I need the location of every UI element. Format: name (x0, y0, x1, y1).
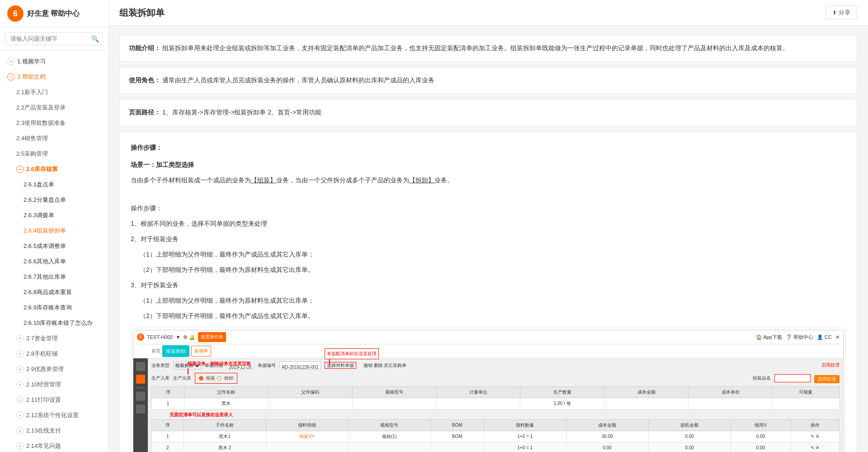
top-bar: 组装拆卸单 ⬆ 分享 (108, 0, 868, 26)
steps-block: 操作步骤： 场景一：加工类型选择 当由多个子件材料组装成一个成品的业务为【组装】… (119, 132, 857, 452)
mock-th-cseq: 序 (152, 419, 184, 431)
sidebar-item-stocktake[interactable]: 2.6.1盘点单 (0, 177, 108, 192)
step2-1: （1）上部明细为父件明细，最终作为产成品生成其它入库单； (131, 248, 846, 261)
sidebar-item-mobile[interactable]: + 2.8手机旺铺 (0, 346, 108, 362)
mock-td-cseq: 1 (152, 431, 184, 442)
sidebar-item-sales[interactable]: 2.4销售管理 (0, 131, 108, 146)
mock-no-value: AD-20191226-001 (279, 362, 321, 370)
sidebar-item-ops[interactable]: + 2.10经营管理 (0, 377, 108, 392)
sidebar-item-inventory[interactable]: − 2.6库存核算 (0, 162, 108, 177)
mock-biz-count2: 生产出库 (173, 374, 191, 383)
mock-body: 业务类型 组装拆卸 单据日期 2019-12-26 单据编号 AD-201912… (133, 358, 843, 452)
mock-title: TEST-H002 (147, 332, 173, 342)
mock-th-seq: 序 (152, 386, 184, 398)
role-block: 使用角色： 通常由生产人员或库管人员完成拆装业务的操作，库管人员确认原材料的出库… (119, 67, 857, 94)
mock-th-unit: 计量单位 (436, 386, 520, 398)
intro-label: 功能介绍： (129, 44, 160, 52)
table-row: 1 黑木1 组装VY 规格(1) BOM 1+0 = 1 30.00 0.00 (152, 431, 840, 442)
scenario1-title: 场景一：加工类型选择 (131, 158, 846, 171)
mock-subtable-container: 无固定清单可以直接在这里录入 序 子件名称 领料明细 规格型号 (151, 411, 840, 452)
search-button[interactable]: 🔍 (91, 35, 99, 43)
sidebar-item-other-out[interactable]: 2.6.7其他出库单 (0, 269, 108, 285)
mock-td-unit (436, 398, 520, 409)
mock-radio-assembly (199, 376, 203, 381)
mock-form-row1: 业务类型 组装拆卸 单据日期 2019-12-26 单据编号 AD-201912… (151, 361, 840, 370)
mock-th-closs: 损耗金额 (648, 419, 731, 431)
sidebar-item-cost-reset[interactable]: 2.6.8商品成本重算 (0, 285, 108, 300)
mock-sidebar-icon2 (136, 375, 145, 384)
mock-dropdown-icon: ▼ (175, 332, 180, 342)
annotation1-container: 选择对料单据 有装配清单的在这里处理 (325, 361, 356, 370)
intro-text: 组装拆卸单用来处理企业组装或拆卸等加工业务，支持有固定装配清单的产品加工业务，也… (162, 44, 789, 52)
mock-td-cuse2: 0.00 (731, 442, 791, 452)
mock-appstore-icon: 🏠 App下载 (756, 332, 782, 342)
mock-no-label: 单据编号 (258, 361, 276, 370)
sidebar-item-newcomer[interactable]: 2.1新手入门 (0, 85, 108, 100)
mock-help-icon: ❓ 帮助中心 (786, 332, 813, 342)
mock-td-ccost2: 0.00 (566, 442, 648, 452)
sidebar-item-install[interactable]: 2.2产品安装及登录 (0, 100, 108, 115)
mock-th-parent-name: 父件名称 (184, 386, 269, 398)
annotation4-text: 启用处理 (821, 361, 840, 370)
role-text: 通常由生产人员或库管人员完成拆装业务的操作，库管人员确认原材料的出库和产成品的入… (162, 76, 434, 84)
sidebar-item-payment[interactable]: + 2.13在线支付 (0, 423, 108, 438)
mock-sidebar-divider (136, 387, 145, 388)
search-input[interactable] (5, 32, 103, 45)
annotation1-text: 有装配清单的在这里处理 (325, 348, 379, 359)
step2-2: （2）下部明细为子件明细，最终作为原材料生成其它出库单。 (131, 263, 846, 276)
mock-td-cqty2: 1+0 = 1 (484, 442, 566, 452)
sidebar-item-split-stocktake[interactable]: 2.6.2分量盘点单 (0, 192, 108, 208)
annotation3-arrow (188, 368, 189, 375)
sidebar-item-print[interactable]: + 2.11打印设置 (0, 392, 108, 408)
mock-enable-btn[interactable]: 启用处理 (814, 375, 840, 383)
plus-icon-mobile: + (16, 350, 24, 357)
mock-th-cost: 成本金额 (604, 386, 689, 398)
sidebar-item-custom[interactable]: + 2.12系统个性化设置 (0, 408, 108, 423)
sidebar-item-video[interactable]: + 1.视频学习 (0, 54, 108, 69)
mock-app-tabs: 首页 组装拆卸 新增单 (133, 344, 843, 358)
mock-sidebar-icon3 (136, 392, 145, 401)
sidebar-item-cost-adjust[interactable]: 2.6.5成本调整单 (0, 238, 108, 254)
mock-td-cost (604, 398, 689, 409)
mock-screenshot: 6 TEST-H002 ▼ ⚙ 🔔 挑置新任务 🏠 App下载 ❓ 帮助中心 👤… (133, 330, 844, 452)
sidebar-item-inventory-check[interactable]: 2.6.9库存账本查询 (0, 300, 108, 315)
share-button[interactable]: ⬆ 分享 (826, 5, 857, 20)
mock-left-sidebar (133, 358, 148, 452)
plus-icon-payment: + (16, 427, 24, 434)
sidebar-item-finance[interactable]: + 2.7资金管理 (0, 331, 108, 346)
intro-block: 功能介绍： 组装拆卸单用来处理企业组装或拆卸等加工业务，支持有固定装配清单的产品… (119, 35, 857, 62)
mock-th-cbom: BOM (430, 419, 484, 431)
mock-th-available: 可领量 (772, 386, 839, 398)
share-icon: ⬆ (832, 10, 837, 16)
logo-icon: 6 (7, 5, 24, 22)
sidebar-item-docs[interactable]: − 2.帮助文档 (0, 69, 108, 85)
plus-icon-finance: + (16, 335, 24, 342)
plus-icon-ops: + (16, 381, 24, 388)
mock-sidebar-icon1 (136, 362, 145, 371)
sidebar-item-purchase[interactable]: 2.5采购管理 (0, 146, 108, 162)
mock-th-ccost: 成本金额 (566, 419, 648, 431)
sidebar-item-data-prep[interactable]: 2.3使用前数据准备 (0, 115, 108, 131)
mock-td-cuse: 0.00 (731, 431, 791, 442)
sidebar-item-adjust[interactable]: 2.6.3调拨单 (0, 208, 108, 223)
mock-close-icon: ✕ (835, 332, 840, 342)
sidebar-item-assembly[interactable]: 2.6.4组装拆卸单 (0, 223, 108, 238)
content-area: 功能介绍： 组装拆卸单用来处理企业组装或拆卸等加工业务，支持有固定装配清单的产品… (108, 26, 868, 452)
mock-th-qty: 生产数量 (520, 386, 604, 398)
mock-td-seq: 1 (152, 398, 184, 409)
sidebar-item-other-in[interactable]: 2.6.6其他入库单 (0, 254, 108, 269)
mock-td-cspec: 规格(1) (348, 431, 430, 442)
sidebar-item-coupon[interactable]: + 2.9优惠券管理 (0, 362, 108, 377)
mock-th-cdetail: 领料明细 (266, 419, 348, 431)
mock-td-name: 黑木 (184, 398, 269, 409)
table-row: 1 黑木 1.00 / 每 (152, 398, 840, 409)
sidebar-item-faq[interactable]: + 2.14常见问题 (0, 438, 108, 452)
mock-right-icons: 🏠 App下载 ❓ 帮助中心 👤 CC ✕ (756, 332, 840, 342)
mock-type-label: 业务类型 (151, 361, 170, 370)
mock-tab-new: 新增单 (191, 346, 211, 357)
path-label: 页面路径： (129, 109, 160, 116)
steps-title: 操作步骤： (131, 144, 162, 151)
mock-td-cname: 黑木1 (184, 431, 266, 442)
sidebar-item-account-error[interactable]: 2.6.10库存账本错了怎么办 (0, 315, 108, 331)
mock-td-ucost (689, 398, 773, 409)
